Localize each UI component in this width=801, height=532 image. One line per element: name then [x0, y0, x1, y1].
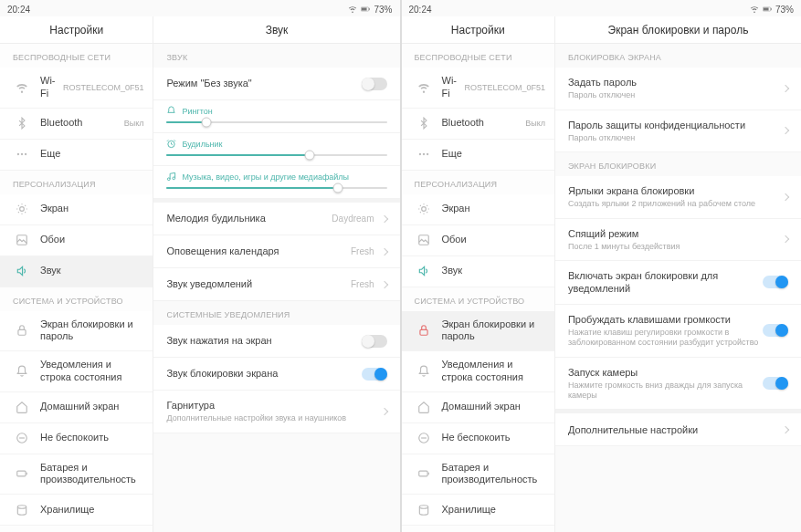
svg-point-11 [17, 505, 26, 508]
chevron-right-icon [782, 85, 789, 92]
toggle-wake-volume[interactable] [763, 324, 788, 337]
lock-icon [13, 324, 31, 337]
sidebar-item-display[interactable]: Экран [0, 194, 153, 225]
wifi-icon [415, 81, 433, 94]
sidebar-item-dnd[interactable]: Не беспокоить [0, 423, 153, 454]
setting-notification-sound[interactable]: Звук уведомлений Fresh [153, 268, 399, 301]
setting-calendar-alerts[interactable]: Оповещения календаря Fresh [153, 235, 399, 268]
setting-sub: Нажмите громкость вниз дважды для запуск… [568, 381, 763, 402]
sidebar: БЕСПРОВОДНЫЕ СЕТИ Wi-Fi ROSTELECOM_0F51 … [402, 44, 555, 532]
sidebar-item-label: Уведомления и строка состояния [40, 359, 143, 384]
sidebar-item-more[interactable]: Еще [402, 140, 554, 171]
section-screen-lock: БЛОКИРОВКА ЭКРАНА [555, 44, 801, 68]
chevron-right-icon [380, 280, 387, 287]
setting-wake-volume-keys[interactable]: Пробуждать клавишами громкостиНажатие кл… [555, 305, 801, 358]
chevron-right-icon [380, 408, 387, 415]
setting-headset[interactable]: ГарнитураДополнительные настройки звука … [153, 391, 399, 433]
svg-point-16 [418, 153, 420, 155]
sidebar-item-lock[interactable]: Экран блокировки и пароль [402, 311, 554, 352]
setting-lockscreen-shortcuts[interactable]: Ярлыки экрана блокировкиСоздать ярлыки 2… [555, 176, 801, 219]
volume-icon [13, 265, 31, 277]
sidebar-item-lock[interactable]: Экран блокировки и пароль [0, 311, 153, 352]
sidebar-item-wifi[interactable]: Wi-Fi ROSTELECOM_0F51 [402, 68, 554, 109]
bell-icon [13, 365, 31, 378]
section-system-notifications: СИСТЕМНЫЕ УВЕДОМЛЕНИЯ [153, 301, 399, 325]
sidebar-item-more[interactable]: Еще [0, 140, 153, 171]
setting-tap-sound[interactable]: Звук нажатия на экран [153, 325, 399, 358]
sidebar-item-wallpaper[interactable]: Обои [402, 225, 554, 256]
setting-label: Включать экран блокировки для уведомлени… [568, 269, 763, 296]
sidebar-item-home[interactable]: Домашний экран [402, 392, 554, 423]
sidebar-item-battery[interactable]: Батарея и производительность [0, 454, 153, 495]
setting-sleep-mode[interactable]: Спящий режимПосле 1 минуты бездействия [555, 219, 801, 262]
headers: Настройки Экран блокировки и пароль [402, 16, 802, 44]
setting-label: Задать пароль [568, 76, 783, 89]
sidebar-item-sound[interactable]: Звук [0, 256, 153, 287]
sidebar-item-label: Еще [40, 148, 143, 161]
sidebar-item-wallpaper[interactable]: Обои [0, 225, 153, 256]
sidebar-item-storage[interactable]: Хранилище [402, 495, 554, 526]
sidebar-item-label: Домашний экран [442, 401, 545, 413]
sidebar-item-label: Батарея и производительность [40, 462, 143, 487]
setting-additional[interactable]: Дополнительные настройки [555, 413, 801, 446]
sidebar-item-label: Еще [442, 148, 545, 161]
slider-ringtone: Рингтон [153, 100, 399, 133]
sidebar-item-bluetooth[interactable]: Bluetooth Выкл [402, 109, 554, 140]
battery-icon [415, 467, 433, 480]
setting-set-password[interactable]: Задать парольПароль отключен [555, 68, 801, 110]
home-icon [13, 401, 31, 413]
slider-thumb[interactable] [305, 151, 315, 161]
sidebar-item-battery[interactable]: Батарея и производительность [402, 454, 554, 495]
toggle-silent[interactable] [362, 78, 387, 90]
sun-icon [13, 203, 31, 215]
sidebar-item-wifi[interactable]: Wi-Fi ROSTELECOM_0F51 [0, 68, 153, 109]
setting-silent-mode[interactable]: Режим "Без звука" [153, 68, 399, 100]
slider-track[interactable] [166, 187, 386, 189]
section-personalization: ПЕРСОНАЛИЗАЦИЯ [0, 171, 153, 194]
toggle-lock-sound[interactable] [362, 368, 387, 381]
device-left: 20:24 73% Настройки Звук БЕСПРОВОДНЫЕ СЕ… [0, 0, 400, 532]
setting-alarm-tone[interactable]: Мелодия будильника Daydream [153, 203, 399, 235]
setting-wake-for-notifications[interactable]: Включать экран блокировки для уведомлени… [555, 261, 801, 305]
setting-label: Оповещения календаря [166, 245, 351, 257]
slider-thumb[interactable] [201, 118, 211, 128]
dnd-icon [415, 432, 433, 444]
sidebar-item-sound[interactable]: Звук [402, 256, 554, 287]
sidebar-item-home[interactable]: Домашний экран [0, 392, 153, 423]
wifi-icon [13, 81, 31, 94]
slider-thumb[interactable] [333, 183, 343, 193]
storage-icon [415, 504, 433, 516]
setting-sub: Пароль отключен [568, 133, 783, 143]
svg-rect-8 [18, 330, 26, 336]
setting-launch-camera[interactable]: Запуск камерыНажмите громкость вниз дваж… [555, 358, 801, 411]
section-system: СИСТЕМА И УСТРОЙСТВО [0, 287, 153, 311]
sidebar-item-bluetooth[interactable]: Bluetooth Выкл [0, 109, 153, 140]
status-time: 20:24 [7, 5, 30, 15]
setting-privacy-password[interactable]: Пароль защиты конфиденциальностиПароль о… [555, 110, 801, 153]
sidebar-item-dnd[interactable]: Не беспокоить [402, 423, 554, 454]
volume-icon [415, 265, 433, 277]
slider-track[interactable] [166, 154, 386, 156]
wifi-icon [750, 5, 759, 14]
toggle-wake-notifications[interactable] [763, 276, 788, 288]
sidebar-item-label: Экран блокировки и пароль [40, 318, 143, 344]
sidebar-item-notifications[interactable]: Уведомления и строка состояния [402, 351, 554, 392]
setting-label: Звук уведомлений [166, 277, 351, 290]
svg-point-6 [20, 207, 25, 212]
sidebar-item-display[interactable]: Экран [402, 194, 554, 225]
section-lockscreen: ЭКРАН БЛОКИРОВКИ [555, 152, 801, 176]
sidebar-item-notifications[interactable]: Уведомления и строка состояния [0, 351, 153, 392]
page-title-right: Экран блокировки и пароль [555, 16, 801, 43]
setting-lock-sound[interactable]: Звук блокировки экрана [153, 358, 399, 391]
page-title-left: Настройки [0, 16, 153, 43]
svg-point-5 [25, 153, 26, 155]
slider-track[interactable] [166, 121, 386, 123]
sidebar-item-value: Выкл [124, 119, 144, 128]
svg-rect-21 [419, 330, 427, 336]
sidebar-item-storage[interactable]: Хранилище [0, 495, 153, 526]
setting-label: Ярлыки экрана блокировки [568, 184, 783, 197]
toggle-tap-sound[interactable] [362, 335, 387, 348]
setting-label: Дополнительные настройки [568, 423, 783, 436]
toggle-launch-camera[interactable] [763, 377, 788, 390]
sidebar-item-label: Bluetooth [442, 117, 522, 130]
